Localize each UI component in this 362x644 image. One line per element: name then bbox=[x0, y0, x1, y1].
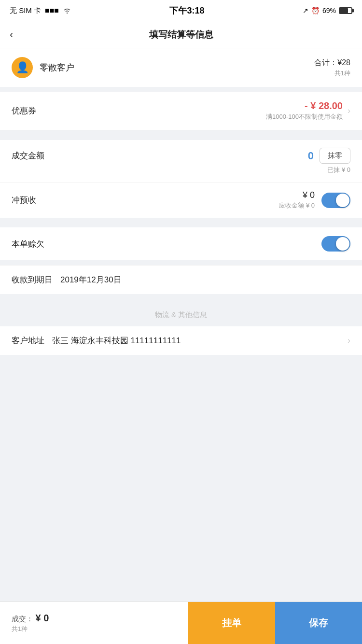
back-button[interactable]: ‹ bbox=[10, 28, 13, 41]
coupon-right: - ¥ 28.00 满1000-100不限制使用金额 › bbox=[266, 100, 350, 121]
save-button-label: 保存 bbox=[309, 616, 328, 630]
prepay-sub: 应收金额 ¥ 0 bbox=[279, 201, 315, 210]
wifi-icon: ■■■ bbox=[45, 6, 59, 15]
due-value[interactable]: 2019年12月30日 bbox=[60, 274, 122, 285]
coupon-chevron-icon: › bbox=[348, 106, 350, 116]
main-content: 👤 零散客户 合计：¥28 共1种 优惠券 - ¥ 28.00 满1000-10… bbox=[0, 48, 362, 500]
trade-row: 成交金额 0 抹零 bbox=[12, 148, 350, 164]
prepay-toggle[interactable] bbox=[321, 193, 350, 208]
customer-row: 👤 零散客户 合计：¥28 共1种 bbox=[0, 48, 362, 87]
status-bar: 无 SIM 卡 ■■■ 下午3:18 ↗ ⏰ 69% bbox=[0, 0, 362, 21]
address-section[interactable]: 客户地址 张三 海淀永丰科技园 11111111111 › bbox=[0, 326, 362, 355]
coupon-amount: - ¥ 28.00 bbox=[266, 100, 343, 112]
empty-space bbox=[0, 360, 362, 456]
location-icon: ↗ bbox=[303, 7, 308, 14]
prepay-amount: ¥ 0 bbox=[279, 190, 315, 200]
save-button[interactable]: 保存 bbox=[275, 602, 362, 644]
wifi-signal-icon bbox=[63, 7, 71, 14]
prepay-values: ¥ 0 应收金额 ¥ 0 bbox=[279, 190, 315, 210]
customer-name: 零散客户 bbox=[40, 62, 74, 73]
bottom-trade-label: 成交： bbox=[12, 615, 33, 623]
trade-input-area: 0 抹零 bbox=[308, 148, 350, 164]
bottom-trade-amount: ¥ 0 bbox=[35, 613, 49, 623]
address-label: 客户地址 bbox=[12, 335, 44, 346]
debt-label: 本单赊欠 bbox=[12, 238, 44, 250]
trade-amount-label: 成交金额 bbox=[12, 150, 44, 161]
gap-1 bbox=[0, 135, 362, 140]
gap-3 bbox=[0, 299, 362, 304]
coupon-label: 优惠券 bbox=[12, 105, 36, 116]
customer-info: 👤 零散客户 bbox=[12, 57, 74, 78]
due-label: 收款到期日 bbox=[12, 274, 53, 285]
debt-toggle[interactable] bbox=[321, 236, 350, 252]
total-label: 合计：¥28 bbox=[314, 58, 350, 68]
address-value: 张三 海淀永丰科技园 11111111111 bbox=[52, 335, 181, 346]
debt-toggle-knob bbox=[336, 237, 349, 251]
divider-line-left bbox=[12, 315, 149, 315]
status-left: 无 SIM 卡 ■■■ bbox=[10, 6, 71, 15]
divider-line-right bbox=[213, 315, 350, 315]
bottom-count: 共1种 bbox=[12, 625, 177, 633]
coupon-row[interactable]: 优惠券 - ¥ 28.00 满1000-100不限制使用金额 › bbox=[0, 92, 362, 130]
nav-bar: ‹ 填写结算等信息 bbox=[0, 21, 362, 48]
alarm-icon: ⏰ bbox=[311, 7, 320, 14]
toggle-knob bbox=[336, 194, 349, 207]
prepay-label: 冲预收 bbox=[12, 195, 36, 206]
page-title: 填写结算等信息 bbox=[149, 28, 213, 41]
due-date-section: 收款到期日 2019年12月30日 bbox=[0, 265, 362, 294]
round-zero-button[interactable]: 抹零 bbox=[320, 148, 350, 164]
trade-sub-text: 已抹 ¥ 0 bbox=[12, 166, 350, 174]
customer-total: 合计：¥28 共1种 bbox=[314, 58, 350, 78]
status-right: ↗ ⏰ 69% bbox=[303, 7, 352, 14]
coupon-desc: 满1000-100不限制使用金额 bbox=[266, 112, 343, 121]
battery-icon bbox=[339, 7, 352, 14]
hang-button[interactable]: 挂单 bbox=[188, 602, 275, 644]
bottom-summary: 成交： ¥ 0 共1种 bbox=[0, 613, 188, 633]
bottom-bar: 成交： ¥ 0 共1种 挂单 保存 bbox=[0, 602, 362, 644]
trade-amount-value[interactable]: 0 bbox=[308, 150, 314, 162]
address-left: 客户地址 张三 海淀永丰科技园 11111111111 bbox=[12, 335, 181, 346]
customer-avatar: 👤 bbox=[12, 57, 33, 78]
carrier-text: 无 SIM 卡 bbox=[10, 6, 41, 15]
bottom-trade-row: 成交： ¥ 0 bbox=[12, 613, 177, 624]
logistics-divider: 物流 & 其他信息 bbox=[0, 304, 362, 326]
prepay-row: 冲预收 ¥ 0 应收金额 ¥ 0 bbox=[12, 190, 350, 210]
customer-count: 共1种 bbox=[314, 69, 350, 78]
trade-amount-section: 成交金额 0 抹零 已抹 ¥ 0 bbox=[0, 140, 362, 182]
status-time: 下午3:18 bbox=[169, 5, 204, 16]
battery-percent: 69% bbox=[322, 7, 336, 14]
coupon-values: - ¥ 28.00 满1000-100不限制使用金额 bbox=[266, 100, 343, 121]
gap-2 bbox=[0, 223, 362, 227]
prepay-section: 冲预收 ¥ 0 应收金额 ¥ 0 bbox=[0, 182, 362, 218]
hang-button-label: 挂单 bbox=[222, 616, 241, 630]
address-chevron-icon: › bbox=[348, 336, 350, 346]
debt-section: 本单赊欠 bbox=[0, 227, 362, 260]
logistics-label: 物流 & 其他信息 bbox=[155, 310, 207, 320]
prepay-right: ¥ 0 应收金额 ¥ 0 bbox=[279, 190, 350, 210]
avatar-icon: 👤 bbox=[16, 61, 29, 74]
